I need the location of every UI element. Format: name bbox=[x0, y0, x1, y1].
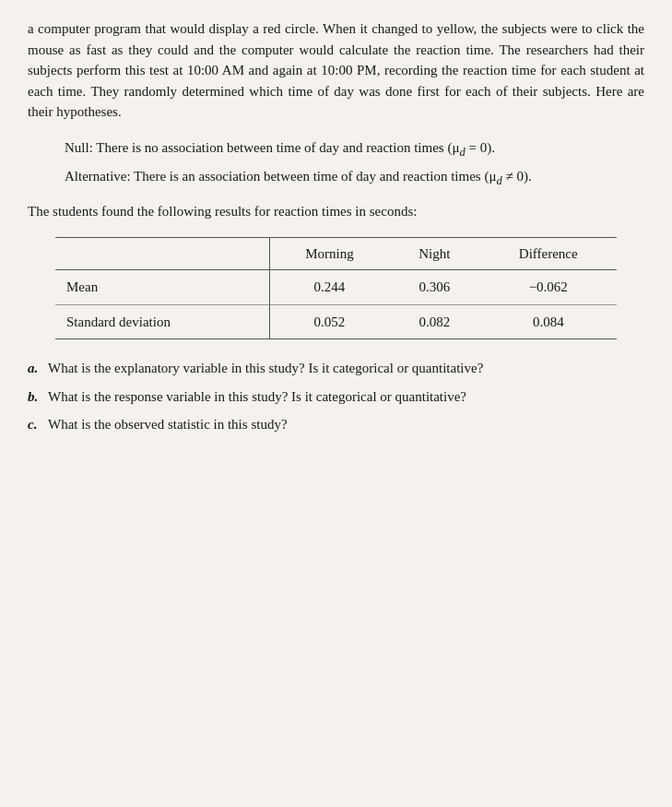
question-b: b. What is the response variable in this… bbox=[28, 386, 644, 408]
null-hypothesis: Null: There is no association between ti… bbox=[65, 137, 644, 161]
alt-hypothesis-text: Alternative: There is an association bet… bbox=[65, 169, 532, 184]
questions-section: a. What is the explanatory variable in t… bbox=[28, 358, 644, 435]
table-cell-sd-label: Standard deviation bbox=[55, 304, 269, 339]
question-b-label: b. bbox=[28, 386, 48, 408]
question-c-text: What is the observed statistic in this s… bbox=[48, 414, 644, 435]
null-hypothesis-text: Null: There is no association between ti… bbox=[65, 140, 495, 155]
table-header-row: Morning Night Difference bbox=[55, 237, 617, 270]
table-row: Standard deviation 0.052 0.082 0.084 bbox=[55, 304, 617, 339]
question-a: a. What is the explanatory variable in t… bbox=[28, 358, 644, 379]
table-cell-sd-diff: 0.084 bbox=[480, 304, 617, 339]
question-c: c. What is the observed statistic in thi… bbox=[28, 414, 644, 435]
table-header-night: Night bbox=[389, 237, 479, 270]
results-table: Morning Night Difference Mean 0.244 0.30… bbox=[55, 237, 617, 340]
table-cell-mean-night: 0.306 bbox=[389, 270, 479, 305]
table-cell-mean-diff: −0.062 bbox=[480, 270, 617, 305]
question-a-text: What is the explanatory variable in this… bbox=[48, 358, 644, 379]
table-cell-mean-label: Mean bbox=[55, 270, 269, 305]
question-c-label: c. bbox=[28, 414, 48, 435]
question-b-text: What is the response variable in this st… bbox=[48, 386, 644, 408]
results-intro: The students found the following results… bbox=[28, 201, 644, 222]
table-cell-sd-morning: 0.052 bbox=[269, 304, 389, 339]
table-header-morning: Morning bbox=[269, 237, 389, 270]
hypotheses-block: Null: There is no association between ti… bbox=[65, 137, 644, 191]
table-row: Mean 0.244 0.306 −0.062 bbox=[55, 270, 617, 305]
intro-paragraph: a computer program that would display a … bbox=[28, 18, 644, 123]
table-cell-sd-night: 0.082 bbox=[389, 304, 479, 339]
question-a-label: a. bbox=[28, 358, 48, 379]
table-cell-mean-morning: 0.244 bbox=[269, 270, 389, 305]
table-header-empty bbox=[55, 237, 269, 270]
main-content: a computer program that would display a … bbox=[28, 18, 644, 435]
results-table-container: Morning Night Difference Mean 0.244 0.30… bbox=[55, 237, 617, 340]
table-header-difference: Difference bbox=[480, 237, 617, 270]
alt-hypothesis: Alternative: There is an association bet… bbox=[65, 166, 644, 190]
